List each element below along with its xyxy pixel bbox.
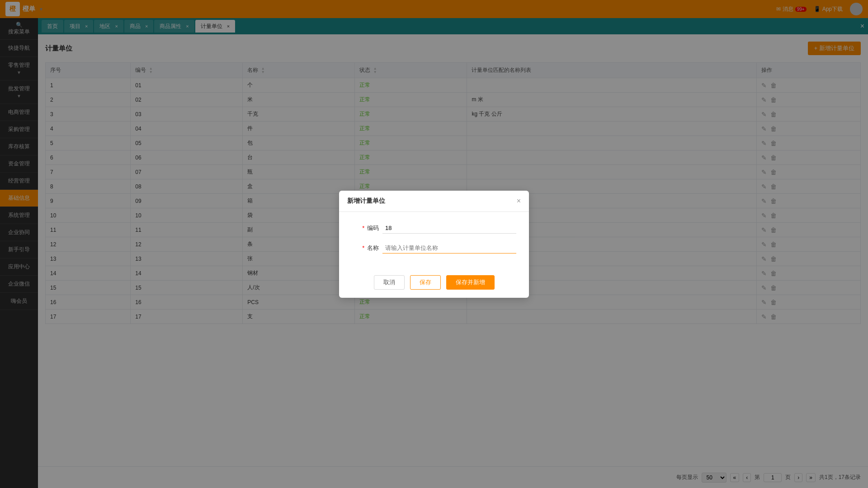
modal-footer: 取消 保存 保存并新增 [339, 270, 529, 298]
code-label: * 编码 [352, 224, 379, 232]
save-and-new-button[interactable]: 保存并新增 [446, 275, 495, 290]
cancel-button[interactable]: 取消 [374, 275, 405, 290]
modal-body: * 编码 * 名称 [339, 212, 529, 270]
modal-title: 新增计量单位 [347, 197, 385, 205]
required-star-name: * [362, 244, 364, 251]
modal-close-btn[interactable]: × [517, 197, 521, 205]
required-star-code: * [362, 225, 364, 231]
modal-overlay: 新增计量单位 × * 编码 * 名称 [0, 0, 868, 488]
form-row-name: * 名称 [352, 243, 516, 253]
name-label-text: 名称 [367, 244, 379, 251]
add-unit-modal: 新增计量单位 × * 编码 * 名称 [339, 191, 529, 298]
name-input[interactable] [382, 243, 516, 253]
app-container: 橙 橙单 ▼ ✉ 消息 99+ 📱 App下载 🔍 搜索菜单 [0, 0, 868, 488]
name-label: * 名称 [352, 244, 379, 252]
code-label-text: 编码 [367, 225, 379, 231]
form-row-code: * 编码 [352, 223, 516, 234]
modal-header: 新增计量单位 × [339, 191, 529, 212]
code-input[interactable] [382, 223, 516, 234]
save-button[interactable]: 保存 [410, 275, 441, 290]
